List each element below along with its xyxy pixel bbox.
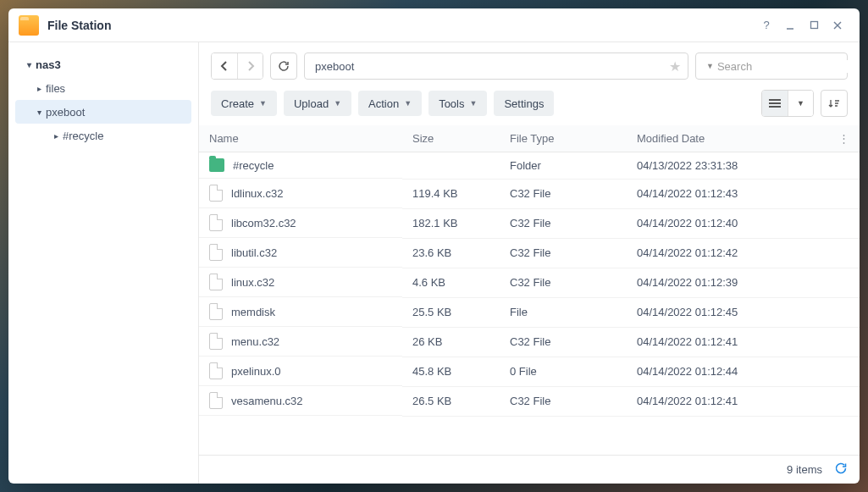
file-modified: 04/14/2022 01:12:45 bbox=[627, 297, 828, 327]
chevron-down-icon: ▼ bbox=[706, 62, 714, 70]
view-toggle: ▼ bbox=[761, 90, 814, 117]
file-modified: 04/14/2022 01:12:43 bbox=[627, 179, 828, 208]
path-text: pxeboot bbox=[315, 60, 354, 73]
app-icon bbox=[19, 15, 39, 36]
table-row[interactable]: menu.c3226 KBC32 File04/14/2022 01:12:41 bbox=[199, 327, 860, 357]
favorite-icon[interactable]: ★ bbox=[669, 58, 681, 75]
file-type: C32 File bbox=[500, 268, 627, 297]
close-button[interactable] bbox=[826, 14, 849, 37]
file-modified: 04/14/2022 01:12:40 bbox=[627, 208, 828, 238]
toolbar-nav: pxeboot ★ ▼ bbox=[199, 42, 860, 85]
caret-down-icon: ▾ bbox=[32, 108, 46, 117]
file-modified: 04/14/2022 01:12:41 bbox=[627, 327, 828, 357]
path-input[interactable]: pxeboot ★ bbox=[304, 53, 688, 80]
file-icon bbox=[209, 244, 223, 261]
table-row[interactable]: pxelinux.045.8 KB0 File04/14/2022 01:12:… bbox=[199, 357, 860, 386]
table-row[interactable]: libutil.c3223.6 KBC32 File04/14/2022 01:… bbox=[199, 238, 860, 268]
caret-down-icon: ▾ bbox=[22, 60, 36, 69]
chevron-down-icon: ▼ bbox=[404, 99, 412, 108]
file-modified: 04/14/2022 01:12:39 bbox=[627, 268, 828, 297]
file-type: C32 File bbox=[500, 386, 627, 416]
folder-icon bbox=[209, 158, 224, 172]
refresh-button[interactable] bbox=[270, 53, 297, 80]
view-dropdown-button[interactable]: ▼ bbox=[788, 91, 813, 116]
table-row[interactable]: libcom32.c32182.1 KBC32 File04/14/2022 0… bbox=[199, 208, 860, 238]
file-type: File bbox=[500, 297, 627, 327]
tree-item-recycle[interactable]: ▸#recycle bbox=[15, 124, 191, 147]
col-menu[interactable]: ⋮ bbox=[828, 125, 860, 152]
file-size: 45.8 KB bbox=[402, 357, 500, 386]
caret-right-icon: ▸ bbox=[32, 84, 46, 93]
tree-item-files[interactable]: ▸files bbox=[15, 76, 191, 100]
table-row[interactable]: #recycleFolder04/13/2022 23:31:38 bbox=[199, 152, 860, 180]
file-icon bbox=[209, 333, 223, 350]
tree-item-label: #recycle bbox=[63, 130, 103, 142]
file-type: C32 File bbox=[500, 179, 627, 208]
file-size bbox=[402, 152, 500, 180]
file-size: 119.4 KB bbox=[402, 179, 500, 208]
file-name: #recycle bbox=[233, 159, 274, 172]
tree-root-label: nas3 bbox=[36, 58, 61, 71]
back-button[interactable] bbox=[212, 53, 237, 79]
file-modified: 04/14/2022 01:12:41 bbox=[627, 386, 828, 416]
create-button[interactable]: Create▼ bbox=[211, 91, 277, 116]
table-row[interactable]: linux.c324.6 KBC32 File04/14/2022 01:12:… bbox=[199, 268, 860, 297]
tree-item-pxeboot[interactable]: ▾pxeboot bbox=[15, 100, 191, 124]
file-table: Name Size File Type Modified Date ⋮ #rec… bbox=[199, 125, 860, 455]
table-row[interactable]: ldlinux.c32119.4 KBC32 File04/14/2022 01… bbox=[199, 179, 860, 208]
file-size: 4.6 KB bbox=[402, 268, 500, 297]
file-size: 182.1 KB bbox=[402, 208, 500, 238]
chevron-down-icon: ▼ bbox=[470, 99, 478, 108]
svg-rect-1 bbox=[810, 22, 817, 29]
col-modified[interactable]: Modified Date bbox=[627, 125, 828, 152]
chevron-down-icon: ▼ bbox=[334, 99, 341, 108]
list-view-button[interactable] bbox=[762, 91, 788, 116]
toolbar-actions: Create▼ Upload▼ Action▼ Tools▼ Settings … bbox=[199, 85, 860, 125]
col-name[interactable]: Name bbox=[199, 125, 402, 152]
file-modified: 04/13/2022 23:31:38 bbox=[627, 152, 828, 180]
search-box[interactable]: ▼ bbox=[695, 53, 848, 80]
file-icon bbox=[209, 303, 223, 320]
file-size: 23.6 KB bbox=[402, 238, 500, 268]
file-modified: 04/14/2022 01:12:42 bbox=[627, 238, 828, 268]
file-size: 25.5 KB bbox=[402, 297, 500, 327]
table-row[interactable]: memdisk25.5 KBFile04/14/2022 01:12:45 bbox=[199, 297, 860, 327]
sort-button[interactable] bbox=[821, 90, 848, 117]
search-input[interactable] bbox=[717, 60, 860, 73]
settings-button[interactable]: Settings bbox=[494, 91, 554, 116]
file-name: libutil.c32 bbox=[231, 246, 277, 259]
col-type[interactable]: File Type bbox=[500, 125, 627, 152]
item-count: 9 items bbox=[787, 463, 822, 476]
help-button[interactable]: ? bbox=[755, 14, 778, 37]
file-name: memdisk bbox=[231, 306, 275, 318]
file-type: Folder bbox=[500, 152, 627, 180]
statusbar: 9 items bbox=[199, 455, 860, 484]
caret-right-icon: ▸ bbox=[49, 131, 63, 141]
file-size: 26 KB bbox=[402, 327, 500, 357]
file-name: ldlinux.c32 bbox=[231, 187, 283, 200]
tree-root[interactable]: ▾ nas3 bbox=[15, 53, 191, 76]
file-station-window: File Station ? ▾ nas3 ▸files▾pxeboot▸#re… bbox=[8, 8, 860, 484]
minimize-button[interactable] bbox=[778, 14, 802, 37]
col-size[interactable]: Size bbox=[402, 125, 500, 152]
table-row[interactable]: vesamenu.c3226.5 KBC32 File04/14/2022 01… bbox=[199, 386, 860, 416]
upload-button[interactable]: Upload▼ bbox=[284, 91, 351, 116]
forward-button[interactable] bbox=[237, 53, 263, 79]
file-type: C32 File bbox=[500, 208, 627, 238]
file-name: pxelinux.0 bbox=[231, 365, 281, 378]
file-icon bbox=[209, 214, 223, 231]
file-icon bbox=[209, 274, 223, 290]
file-icon bbox=[209, 185, 223, 202]
file-icon bbox=[209, 362, 223, 379]
app-title: File Station bbox=[47, 19, 111, 32]
file-modified: 04/14/2022 01:12:44 bbox=[627, 357, 828, 386]
chevron-down-icon: ▼ bbox=[259, 99, 267, 108]
tools-button[interactable]: Tools▼ bbox=[428, 91, 487, 116]
main-panel: pxeboot ★ ▼ Create▼ Upload▼ Action▼ Tool… bbox=[199, 42, 860, 484]
file-size: 26.5 KB bbox=[402, 386, 500, 416]
action-button[interactable]: Action▼ bbox=[358, 91, 422, 116]
maximize-button[interactable] bbox=[802, 14, 826, 37]
status-refresh-button[interactable] bbox=[834, 462, 848, 478]
file-type: 0 File bbox=[500, 357, 627, 386]
file-type: C32 File bbox=[500, 238, 627, 268]
